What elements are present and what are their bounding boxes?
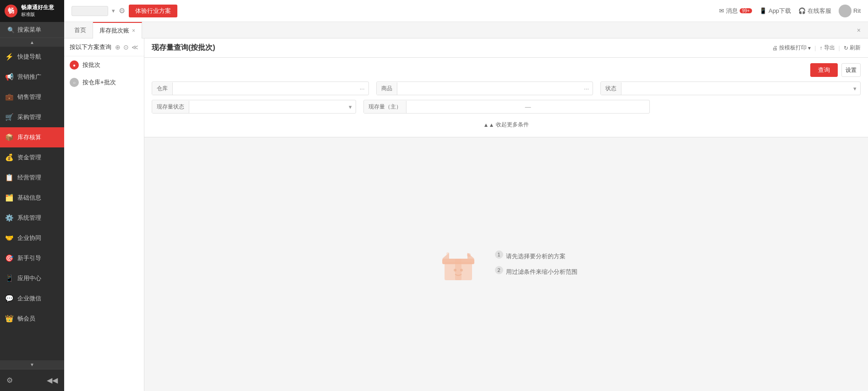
sidebar-item-members[interactable]: 👑 畅会员 (0, 309, 64, 329)
empty-text: 1 请先选择要分析的方案 2 用过滤条件来缩小分析范围 (495, 250, 577, 278)
search-menu[interactable]: 🔍 搜索菜单 (0, 22, 64, 38)
status-value[interactable] (621, 86, 850, 91)
sidebar-item-purchase[interactable]: 🛒 采购管理 (0, 107, 64, 127)
finance-icon: 💰 (5, 153, 14, 162)
step-2-number: 2 (495, 266, 503, 274)
sidebar-item-apps[interactable]: 📱 应用中心 (0, 268, 64, 288)
qty-from[interactable] (407, 104, 521, 109)
marketing-icon: 📢 (5, 72, 14, 81)
dropdown-arrow-icon[interactable]: ▾ (112, 7, 115, 14)
search-menu-label: 搜索菜单 (17, 26, 41, 34)
schema-batch-label: 按批次 (82, 61, 100, 69)
print-button[interactable]: 🖨 按模板打印 ▾ (772, 44, 811, 52)
query-button[interactable]: 查询 (810, 63, 838, 77)
tab-home[interactable]: 首页 (68, 22, 93, 38)
warehouse-label: 仓库 (152, 82, 173, 95)
phone-icon: 📱 (759, 7, 767, 14)
product-dots[interactable]: ··· (580, 83, 593, 94)
svg-point-5 (467, 253, 471, 257)
sidebar-item-guide[interactable]: 🎯 新手引导 (0, 248, 64, 268)
sidebar-label-finance: 资金管理 (17, 153, 41, 162)
schema-item-warehouse-batch[interactable]: ○ 按仓库+批次 (64, 74, 144, 91)
settings-button-filter[interactable]: 设置 (841, 63, 861, 77)
sidebar-header: 畅 畅康通好生意 标准版 (0, 0, 64, 22)
sidebar-footer: ⚙ ◀◀ (0, 369, 64, 391)
wechat-icon: 💬 (5, 294, 14, 303)
sidebar-item-shortcuts[interactable]: ⚡ 快捷导航 (0, 47, 64, 67)
sidebar-item-finance[interactable]: 💰 资金管理 (0, 147, 64, 168)
status-dropdown-icon[interactable]: ▾ (850, 83, 860, 94)
close-all-tabs-button[interactable]: × (853, 25, 864, 36)
collapse-up-icon: ▲▲ (483, 122, 494, 128)
right-panel: 现存量查询(按批次) 🖨 按模板打印 ▾ | ↑ 导出 | ↻ (144, 38, 868, 391)
empty-box-svg (438, 244, 479, 285)
settings-gear-icon[interactable]: ⚙ (119, 6, 125, 15)
members-icon: 👑 (5, 314, 14, 323)
sidebar-item-wechat[interactable]: 💬 企业微信 (0, 288, 64, 309)
inventory-icon: 📦 (5, 133, 14, 142)
empty-step-1: 1 请先选择要分析的方案 (495, 250, 577, 262)
sidebar-collapse-button[interactable]: ◀◀ (45, 374, 60, 386)
tab-inventory-batch[interactable]: 库存批次账 × (93, 22, 142, 38)
status-filter: 状态 ▾ (600, 81, 861, 95)
schema-item-batch[interactable]: ● 按批次 (64, 56, 144, 74)
collapse-label: 收起更多条件 (496, 121, 529, 129)
collapse-more-conditions[interactable]: ▲▲ 收起更多条件 (152, 118, 861, 131)
export-button[interactable]: ↑ 导出 (820, 44, 835, 52)
warehouse-dots[interactable]: ··· (356, 83, 368, 94)
empty-state: 1 请先选择要分析的方案 2 用过滤条件来缩小分析范围 (144, 137, 868, 391)
sidebar-item-sales[interactable]: 💼 销售管理 (0, 87, 64, 107)
empty-illustration (435, 241, 481, 287)
topbar: ▾ ⚙ 体验行业方案 ✉ 消息 99+ 📱 App下载 🎧 在线客服 Rit (64, 0, 868, 22)
warehouse-value[interactable] (173, 86, 356, 91)
sidebar-label-inventory: 库存核算 (17, 133, 41, 141)
sidebar-scroll-up[interactable]: ▲ (0, 38, 64, 47)
system-icon: ⚙️ (5, 213, 14, 223)
shortcuts-icon: ⚡ (5, 52, 14, 61)
product-value[interactable] (397, 86, 581, 91)
enterprise-icon: 🤝 (5, 234, 14, 243)
sidebar-scroll-down[interactable]: ▼ (0, 360, 64, 369)
inventory-status-arrow-icon[interactable]: ▾ (345, 101, 356, 113)
app-download-button[interactable]: 📱 App下载 (759, 7, 791, 15)
collapse-panel-icon[interactable]: ≪ (132, 43, 138, 51)
schema-inactive-dot: ○ (70, 78, 79, 87)
warehouse-filter: 仓库 ··· (152, 81, 369, 95)
trial-button[interactable]: 体验行业方案 (129, 5, 177, 17)
sidebar-item-marketing[interactable]: 📢 营销推广 (0, 67, 64, 87)
settings-button[interactable]: ⚙ (5, 374, 15, 386)
sales-icon: 💼 (5, 92, 14, 102)
sidebar-label-sales: 销售管理 (17, 93, 41, 101)
sidebar: 畅 畅康通好生意 标准版 🔍 搜索菜单 ▲ ⚡ 快捷导航 📢 营销推广 💼 销售… (0, 0, 64, 391)
inventory-status-filter: 现存量状态 ▾ (152, 100, 356, 114)
print-icon: 🖨 (772, 45, 778, 51)
breadcrumb-input[interactable] (71, 6, 108, 16)
inventory-status-value[interactable] (189, 104, 345, 109)
step-1-number: 1 (495, 250, 503, 259)
sidebar-item-enterprise[interactable]: 🤝 企业协同 (0, 228, 64, 248)
add-schema-button[interactable]: ⊕ (115, 43, 121, 51)
app-download-label: App下载 (769, 7, 791, 15)
schema-settings-icon[interactable]: ⊙ (123, 43, 129, 51)
company-name: 畅康通好生意 (21, 4, 54, 11)
tab-close-icon[interactable]: × (132, 27, 135, 34)
sidebar-label-wechat: 企业微信 (17, 294, 41, 303)
online-service-button[interactable]: 🎧 在线客服 (798, 7, 831, 15)
sidebar-item-system[interactable]: ⚙️ 系统管理 (0, 208, 64, 228)
schema-warehouse-batch-label: 按仓库+批次 (82, 78, 116, 87)
print-dropdown-icon[interactable]: ▾ (808, 45, 811, 51)
sidebar-item-operations[interactable]: 📋 经营管理 (0, 168, 64, 188)
sidebar-item-basic[interactable]: 🗂️ 基础信息 (0, 188, 64, 208)
sidebar-label-guide: 新手引导 (17, 254, 41, 262)
sidebar-item-inventory[interactable]: 📦 库存核算 (0, 127, 64, 147)
avatar (839, 5, 852, 17)
refresh-button[interactable]: ↻ 刷新 (844, 44, 861, 52)
user-profile-button[interactable]: Rit (839, 5, 861, 17)
qty-to[interactable] (535, 104, 649, 109)
app-logo: 畅 (5, 5, 17, 17)
search-icon: 🔍 (7, 27, 15, 33)
sidebar-label-operations: 经营管理 (17, 174, 41, 182)
app-edition: 标准版 (21, 11, 54, 18)
messages-button[interactable]: ✉ 消息 99+ (719, 7, 752, 15)
page-title: 现存量查询(按批次) (152, 43, 215, 53)
